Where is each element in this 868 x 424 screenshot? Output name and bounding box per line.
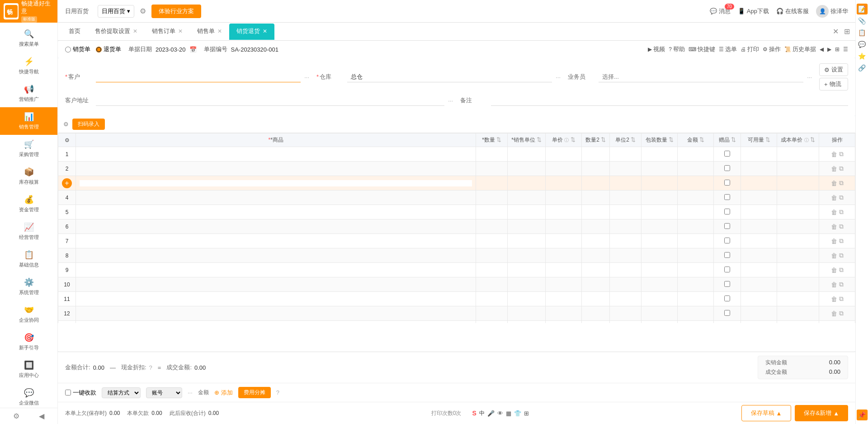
unit-cell[interactable]	[508, 248, 546, 263]
list-view-btn[interactable]: ☰	[843, 46, 848, 52]
close-all-tabs-btn[interactable]: ✕	[831, 27, 840, 36]
sidebar-item-operation[interactable]: 📈 经营管理	[0, 218, 57, 245]
delete-row-btn[interactable]: 🗑	[831, 180, 837, 187]
qty-cell[interactable]	[476, 205, 508, 219]
price-cell[interactable]	[546, 191, 582, 205]
cost-cell[interactable]	[777, 263, 819, 277]
pkg-cell[interactable]	[642, 162, 678, 176]
qty-cell[interactable]	[476, 277, 508, 292]
unit2-cell[interactable]	[610, 321, 642, 324]
available-cell[interactable]	[741, 162, 777, 176]
pkg-cell[interactable]	[642, 176, 678, 191]
shortcut-btn[interactable]: ⌨ 快捷键	[689, 45, 715, 53]
delete-row-btn[interactable]: 🗑	[831, 151, 837, 158]
price-cell[interactable]	[546, 162, 582, 176]
unit-cell[interactable]	[508, 176, 546, 191]
copy-row-btn[interactable]: ⧉	[839, 194, 844, 201]
add-item-btn[interactable]: ⊕ 添加	[214, 389, 233, 397]
right-sidebar-notes-btn[interactable]: 📝	[857, 4, 868, 14]
qty2-cell[interactable]	[582, 205, 610, 219]
grid-view-btn[interactable]: ⊞	[835, 46, 840, 52]
gift-checkbox[interactable]	[724, 194, 730, 200]
right-sidebar-log-btn[interactable]: 📋	[857, 27, 868, 38]
customer-input[interactable]	[96, 71, 301, 82]
delete-row-btn[interactable]: 🗑	[831, 209, 837, 216]
unit-cell[interactable]	[508, 292, 546, 306]
qty2-cell[interactable]	[582, 306, 610, 321]
price-cell[interactable]	[546, 321, 582, 324]
user-profile-btn[interactable]: 👤 徐泽华	[816, 5, 848, 18]
amount-cell[interactable]	[678, 306, 714, 321]
unit2-cell[interactable]	[610, 176, 642, 191]
available-cell[interactable]	[741, 191, 777, 205]
product-cell[interactable]	[76, 162, 476, 176]
tab-sale-price[interactable]: 售价提取设置 ✕	[88, 24, 145, 40]
account-dots-btn[interactable]: ···	[188, 389, 193, 396]
expand-tabs-btn[interactable]: ⊞	[842, 27, 852, 36]
pkg-cell[interactable]	[642, 219, 678, 234]
product-input[interactable]	[80, 180, 472, 186]
unit-cell[interactable]	[508, 263, 546, 277]
product-cell[interactable]	[76, 277, 476, 292]
unit2-cell[interactable]	[610, 219, 642, 234]
product-cell[interactable]	[76, 176, 476, 191]
qty2-cell[interactable]	[582, 162, 610, 176]
sidebar-item-basic[interactable]: 📋 基础信息	[0, 245, 57, 273]
cost-cell[interactable]	[777, 147, 819, 162]
sidebar-item-sales[interactable]: 📊 销售管理	[0, 107, 57, 135]
available-cell[interactable]	[741, 147, 777, 162]
unit2-cell[interactable]	[610, 147, 642, 162]
tab-close-icon[interactable]: ✕	[133, 28, 137, 34]
cost-cell[interactable]	[777, 162, 819, 176]
one-click-label[interactable]: 一键收款	[65, 389, 96, 397]
pkg-cell[interactable]	[642, 205, 678, 219]
sidebar-item-system[interactable]: ⚙️ 系统管理	[0, 273, 57, 300]
amount-cell[interactable]	[678, 205, 714, 219]
pkg-cell[interactable]	[642, 321, 678, 324]
unit-cell[interactable]	[508, 162, 546, 176]
unit-cell[interactable]	[508, 306, 546, 321]
unit2-cell[interactable]	[610, 205, 642, 219]
warehouse-input[interactable]	[347, 71, 552, 82]
available-cell[interactable]	[741, 219, 777, 234]
sidebar-item-guide[interactable]: 🎯 新手引导	[0, 328, 57, 356]
qty-cell[interactable]	[476, 234, 508, 248]
copy-row-btn[interactable]: ⧉	[839, 237, 844, 245]
pkg-cell[interactable]	[642, 277, 678, 292]
price-cell[interactable]	[546, 234, 582, 248]
unit2-cell[interactable]	[610, 292, 642, 306]
qty-cell[interactable]	[476, 306, 508, 321]
save-new-btn[interactable]: 保存&新增 ▲	[795, 405, 848, 421]
gift-cell[interactable]	[714, 263, 741, 277]
online-service-btn[interactable]: 🎧 在线客服	[776, 7, 809, 15]
gift-cell[interactable]	[714, 205, 741, 219]
save-draft-btn[interactable]: 保存草稿 ▲	[741, 405, 792, 421]
gift-checkbox[interactable]	[724, 223, 730, 229]
sidebar-item-inventory[interactable]: 📦 库存核算	[0, 162, 57, 190]
nav-next-btn[interactable]: ▶	[827, 46, 831, 52]
message-btn[interactable]: 💬 消息 70	[710, 7, 731, 15]
delete-row-btn[interactable]: 🗑	[831, 238, 837, 245]
settings-side-btn[interactable]: ⚙ 设置	[819, 63, 848, 76]
unit-cell[interactable]	[508, 205, 546, 219]
available-cell[interactable]	[741, 292, 777, 306]
unit-cell[interactable]	[508, 277, 546, 292]
help-btn[interactable]: ? 帮助	[669, 45, 685, 53]
radio-return[interactable]: 退货单	[96, 45, 121, 53]
copy-row-btn[interactable]: ⧉	[839, 165, 844, 172]
pkg-cell[interactable]	[642, 306, 678, 321]
qty-cell[interactable]	[476, 248, 508, 263]
amount-cell[interactable]	[678, 219, 714, 234]
tab-close-icon[interactable]: ✕	[263, 28, 267, 34]
fee-split-btn[interactable]: 费用分摊	[238, 387, 271, 398]
tab-sale-return[interactable]: 销货退货 ✕	[229, 24, 274, 40]
product-cell[interactable]	[76, 191, 476, 205]
gift-checkbox[interactable]	[724, 151, 730, 157]
operate-btn[interactable]: ⚙ 操作	[763, 45, 781, 53]
price-cell[interactable]	[546, 176, 582, 191]
gift-checkbox[interactable]	[724, 267, 730, 272]
app-download-btn[interactable]: 📱 App下载	[738, 7, 769, 15]
unit2-cell[interactable]	[610, 234, 642, 248]
gift-checkbox[interactable]	[724, 295, 730, 301]
trial-btn[interactable]: 体验行业方案	[151, 5, 201, 18]
